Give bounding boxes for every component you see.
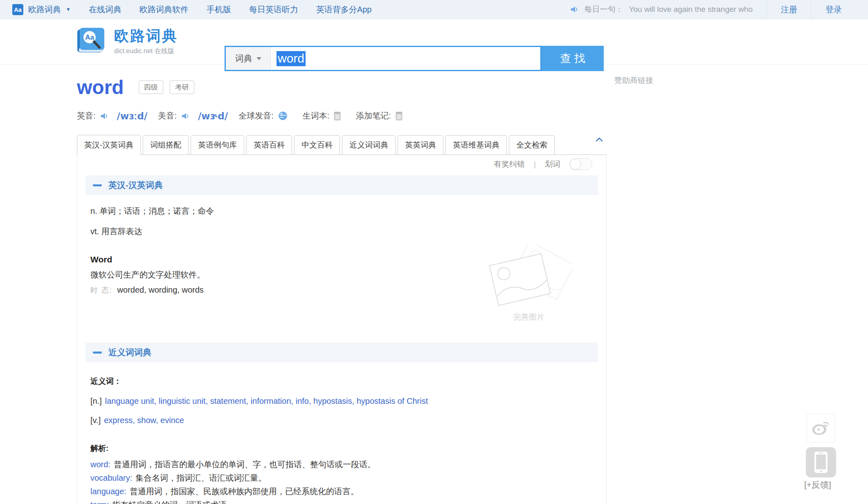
analysis-label: 解析:	[90, 443, 598, 454]
dictionary-tab[interactable]: 英语维基词典	[445, 135, 507, 155]
dictionary-tab[interactable]: 中文百科	[294, 135, 340, 155]
analysis-term-link[interactable]: word:	[90, 460, 110, 469]
dictionary-tab[interactable]: 全文检索	[509, 135, 555, 155]
add-note-icon[interactable]	[395, 111, 403, 121]
us-speaker-icon[interactable]	[181, 112, 190, 121]
analysis-desc: 指有特定意义的词，词语或术语。	[112, 500, 235, 504]
top-bar: Aa 欧路词典 ▼ 在线词典 欧路词典软件 手机版 每日英语听力 英语背多分Ap…	[0, 0, 868, 19]
analysis-line: language:普通用词，指国家、民族或种族内部使用，已经系统化的语言。	[90, 485, 598, 498]
dictionary-tabs: 英汉-汉英词典 词组搭配 英语例句库 英语百科 中文百科 近义词词典 英英词典 …	[77, 135, 607, 155]
definition-line: n. 单词；话语；消息；诺言；命令	[90, 206, 598, 216]
eudic-aa-icon: Aa	[12, 4, 23, 15]
image-caption: 完善图片	[485, 312, 573, 323]
brand-label: 欧路词典	[28, 4, 61, 15]
synonym-link-wrap: hypostasis of Christ	[357, 396, 428, 405]
search-input[interactable]: word	[271, 47, 540, 70]
login-link[interactable]: 登录	[812, 4, 856, 15]
synonym-link-wrap: show	[137, 416, 160, 425]
analysis-desc: 集合名词，指词汇、语汇或词汇量。	[135, 473, 266, 482]
weibo-share-button[interactable]	[807, 414, 835, 442]
us-label: 美音:	[158, 110, 177, 121]
header: Aa 欧路词典 dict.eudic.net 在线版 词典 word 查 找	[0, 20, 868, 65]
picture-frames-icon	[485, 245, 573, 310]
top-nav-link[interactable]: 欧路词典软件	[139, 4, 189, 15]
dictionary-panel: 有奖纠错 | 划词 英汉-汉英词典 n. 单词；话语；消息；诺言；命令 vt. …	[77, 155, 607, 504]
top-nav-link[interactable]: 在线词典	[89, 4, 121, 15]
uk-speaker-icon[interactable]	[100, 112, 109, 121]
section-header-ec-dict: 英汉-汉英词典	[85, 175, 598, 195]
analysis-term-link[interactable]: vocabulary:	[90, 473, 132, 482]
uk-phonetic[interactable]: /wɜːd/	[117, 111, 148, 121]
phone-icon	[813, 451, 829, 474]
synonym-link-wrap: linguistic unit	[159, 396, 210, 405]
dictionary-tab[interactable]: 英语百科	[246, 135, 292, 155]
top-nav-link[interactable]: 手机版	[207, 4, 231, 15]
add-note-label: 添加笔记:	[356, 110, 391, 121]
dictionary-tab[interactable]: 英汉-汉英词典	[77, 135, 141, 155]
analysis-line: vocabulary:集合名词，指词汇、语汇或词汇量。	[90, 471, 598, 485]
verb-tag: [v.]	[90, 416, 101, 425]
synonym-link[interactable]: statement	[210, 396, 246, 405]
brand-menu[interactable]: Aa 欧路词典 ▼	[12, 4, 71, 15]
analysis-list: word:普通用词，指语言的最小单位的单词、字，也可指话、整句话或一段话。 vo…	[90, 458, 598, 504]
svg-text:Aa: Aa	[85, 34, 94, 41]
collapse-chevron-icon[interactable]	[595, 137, 603, 142]
synonym-link[interactable]: evince	[160, 416, 184, 425]
synonym-link[interactable]: show	[137, 416, 156, 425]
register-link[interactable]: 注册	[767, 4, 811, 15]
exam-badge: 考研	[170, 81, 194, 94]
feedback-link[interactable]: [+反馈]	[804, 479, 831, 491]
noun-tag: [n.]	[90, 396, 102, 405]
synonym-link[interactable]: hypostasis of Christ	[357, 396, 428, 405]
dictionary-select[interactable]: 词典	[226, 47, 271, 70]
section-title: 英汉-汉英词典	[108, 179, 163, 191]
synonym-link-wrap: evince	[160, 416, 184, 425]
global-pron-label: 全球发音:	[238, 110, 274, 121]
synonym-link[interactable]: linguistic unit	[159, 396, 206, 405]
dictionary-tab[interactable]: 词组搭配	[143, 135, 189, 155]
pronunciation-row: 英音: /wɜːd/ 美音: /wɝd/ 全球发音: 生词本:	[77, 110, 407, 121]
us-phonetic[interactable]: /wɝd/	[198, 111, 228, 121]
wordbook-label: 生词本:	[303, 110, 330, 121]
dictionary-select-value: 词典	[235, 53, 252, 64]
verb-synonyms: expressshowevince	[104, 416, 184, 425]
synonym-link[interactable]: info	[296, 396, 309, 405]
definition-lines: n. 单词；话语；消息；诺言；命令 vt. 用言辞表达	[90, 206, 598, 237]
search-input-selected-text: word	[277, 51, 306, 66]
image-upload-placeholder[interactable]: 完善图片	[485, 245, 573, 323]
analysis-line: term:指有特定意义的词，词语或术语。	[90, 498, 598, 504]
dictionary-tab[interactable]: 英语例句库	[191, 135, 244, 155]
eudic-logo[interactable]: Aa 欧路词典 dict.eudic.net 在线版	[75, 26, 178, 56]
highlight-toggle[interactable]	[569, 158, 592, 170]
analysis-term-link[interactable]: term:	[90, 500, 109, 504]
top-nav-link[interactable]: 英语背多分App	[316, 4, 372, 15]
logo-title: 欧路词典	[114, 26, 178, 46]
exam-badges: 四级 考研	[139, 81, 194, 94]
exam-badge: 四级	[139, 81, 163, 94]
wordbook-notebook-icon[interactable]	[333, 111, 341, 121]
synonym-link-wrap: statement	[210, 396, 251, 405]
search-button[interactable]: 查 找	[542, 46, 604, 71]
sponsor-label: 赞助商链接	[614, 75, 653, 86]
topbar-right: 每日一句： You will love again the stranger w…	[570, 0, 856, 19]
mobile-app-button[interactable]	[806, 447, 836, 477]
uk-label: 英音:	[77, 110, 96, 121]
synonym-link[interactable]: language unit	[105, 396, 154, 405]
search-area: 词典 word 查 找	[225, 46, 604, 71]
word-head: word 四级 考研	[77, 76, 194, 99]
word-title: word	[77, 76, 124, 99]
synonym-link[interactable]: information	[251, 396, 291, 405]
dictionary-tab[interactable]: 近义词词典	[342, 135, 396, 155]
top-nav-link[interactable]: 每日英语听力	[249, 4, 298, 15]
analysis-term-link[interactable]: language:	[90, 487, 126, 496]
tense-label: 时 态:	[90, 286, 112, 294]
section-dash-icon	[93, 184, 102, 186]
globe-icon[interactable]	[278, 111, 288, 121]
speaker-icon[interactable]	[570, 5, 579, 14]
weibo-icon	[810, 419, 832, 437]
correction-link[interactable]: 有奖纠错	[494, 159, 525, 170]
book-logo-icon: Aa	[75, 26, 108, 56]
synonym-link[interactable]: hypostasis	[313, 396, 352, 405]
synonym-link[interactable]: express	[104, 416, 133, 425]
dictionary-tab[interactable]: 英英词典	[398, 135, 443, 155]
